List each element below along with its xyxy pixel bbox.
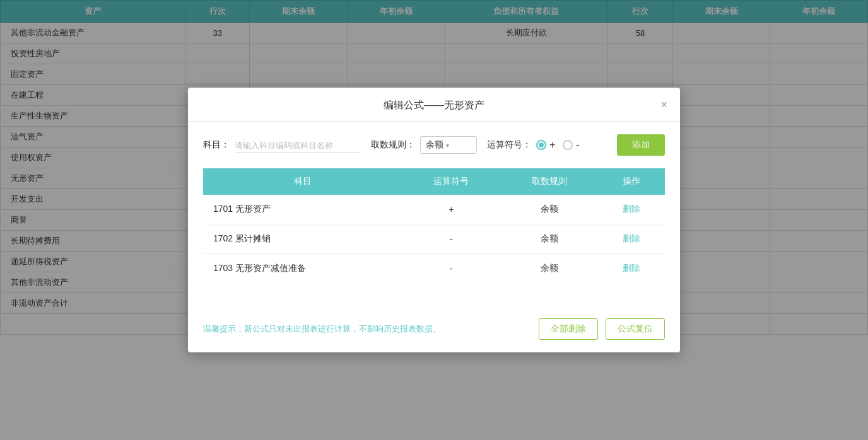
rule-label: 取数规则： <box>371 139 415 151</box>
modal-dialog: 编辑公式——无形资产 × 科目： 取数规则： 余额 ▾ 运 <box>188 88 680 352</box>
formula-cell-rule: 余额 <box>500 254 598 284</box>
footer-tip-text: 温馨提示：新公式只对未出报表进行计算，不影响历史报表数据。 <box>203 323 441 335</box>
formula-cell-operator: - <box>402 224 500 254</box>
formula-row: 1702 累计摊销 - 余额 删除 <box>203 224 665 254</box>
modal-title: 编辑公式——无形资产 <box>384 99 484 112</box>
modal-overlay: 编辑公式——无形资产 × 科目： 取数规则： 余额 ▾ 运 <box>0 0 868 440</box>
modal-body: 科目： 取数规则： 余额 ▾ 运算符号： + <box>188 122 680 308</box>
formula-cell-action: 删除 <box>598 254 665 284</box>
operator-radio-group: + - <box>536 139 580 151</box>
reset-formula-button[interactable]: 公式复位 <box>606 318 665 340</box>
formula-table: 科目 运算符号 取数规则 操作 1701 无形资产 + 余额 删除 1702 累… <box>203 168 665 283</box>
table-header-rule: 取数规则 <box>500 168 598 195</box>
formula-cell-subject: 1702 累计摊销 <box>203 224 402 254</box>
formula-cell-subject: 1703 无形资产减值准备 <box>203 254 402 284</box>
radio-minus[interactable]: - <box>563 139 579 151</box>
delete-row-link[interactable]: 删除 <box>623 204 640 214</box>
subject-label: 科目： <box>203 139 230 151</box>
formula-cell-rule: 余额 <box>500 195 598 224</box>
radio-plus[interactable]: + <box>536 139 555 151</box>
delete-all-button[interactable]: 全部删除 <box>539 318 598 340</box>
rule-select[interactable]: 余额 ▾ <box>420 136 477 154</box>
chevron-down-icon: ▾ <box>446 142 449 149</box>
formula-cell-operator: - <box>402 254 500 284</box>
rule-group: 取数规则： 余额 ▾ <box>371 136 477 154</box>
radio-minus-label: - <box>576 139 579 151</box>
subject-input[interactable] <box>235 137 361 153</box>
modal-header: 编辑公式——无形资产 × <box>188 88 680 122</box>
formula-cell-rule: 余额 <box>500 224 598 254</box>
modal-footer: 温馨提示：新公式只对未出报表进行计算，不影响历史报表数据。 全部删除 公式复位 <box>188 308 680 352</box>
formula-row: 1703 无形资产减值准备 - 余额 删除 <box>203 254 665 284</box>
formula-row: 1701 无形资产 + 余额 删除 <box>203 195 665 224</box>
add-button[interactable]: 添加 <box>617 134 665 156</box>
radio-plus-circle <box>536 140 546 150</box>
operator-group: 运算符号： + - <box>487 139 580 151</box>
operator-label: 运算符号： <box>487 139 531 151</box>
radio-plus-label: + <box>549 139 555 151</box>
delete-row-link[interactable]: 删除 <box>623 263 640 273</box>
modal-close-button[interactable]: × <box>660 99 667 110</box>
formula-cell-subject: 1701 无形资产 <box>203 195 402 224</box>
table-header-operator: 运算符号 <box>402 168 500 195</box>
radio-minus-circle <box>563 140 573 150</box>
rule-select-value: 余额 <box>426 139 443 151</box>
formula-cell-action: 删除 <box>598 224 665 254</box>
subject-group: 科目： <box>203 137 361 153</box>
table-header-subject: 科目 <box>203 168 402 195</box>
formula-cell-operator: + <box>402 195 500 224</box>
footer-buttons: 全部删除 公式复位 <box>539 318 665 340</box>
delete-row-link[interactable]: 删除 <box>623 233 640 243</box>
table-header-action: 操作 <box>598 168 665 195</box>
formula-cell-action: 删除 <box>598 195 665 224</box>
formula-form-row: 科目： 取数规则： 余额 ▾ 运算符号： + <box>203 134 665 156</box>
